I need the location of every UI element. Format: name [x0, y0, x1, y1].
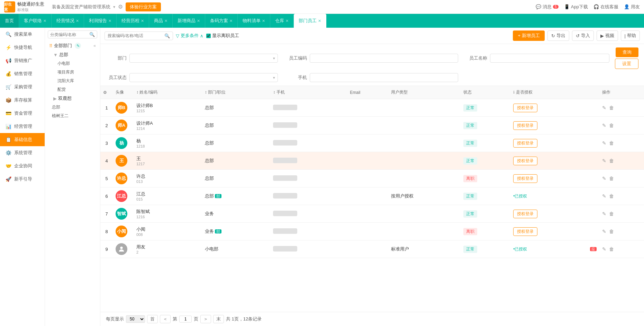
system-dropdown[interactable]: ▾: [113, 5, 115, 9]
delete-button[interactable]: 🗑: [609, 158, 614, 164]
export-button[interactable]: ↻ 导出: [547, 30, 569, 41]
delete-button[interactable]: 🗑: [609, 140, 614, 146]
dept-node-project[interactable]: 项目库房: [53, 68, 97, 77]
close-icon[interactable]: ✕: [108, 19, 111, 23]
sidebar-item-inventory[interactable]: 📦 库存核算: [0, 94, 45, 107]
tab-department[interactable]: 部门员工✕: [294, 14, 326, 28]
close-icon[interactable]: ✕: [285, 19, 289, 23]
sidebar-item-guide[interactable]: 🚀 新手引导: [0, 173, 45, 186]
per-page-select[interactable]: 50 100: [126, 315, 145, 323]
delete-button[interactable]: 🗑: [609, 176, 614, 181]
delete-button[interactable]: 🗑: [609, 229, 614, 234]
page-input[interactable]: [179, 316, 192, 323]
empname-input[interactable]: [490, 54, 609, 63]
delete-button[interactable]: 🗑: [609, 211, 614, 217]
tab-history[interactable]: 经营历程✕: [117, 14, 149, 28]
sidebar-item-collab[interactable]: 🤝 企业协同: [0, 159, 45, 173]
dept-node-xiaodian[interactable]: 小电部: [53, 59, 97, 68]
sidebar-item-finance[interactable]: 💳 资金管理: [0, 107, 45, 120]
phone-input[interactable]: [310, 73, 458, 82]
import-button[interactable]: ↺ 导入: [572, 30, 594, 41]
sidebar-item-marketing[interactable]: 📢 营销推广: [0, 54, 45, 67]
prev-page-btn[interactable]: ＜: [160, 315, 171, 323]
edit-button[interactable]: ✎: [602, 246, 606, 252]
dept-group-shuanglu-header[interactable]: ▶ 双鹿想: [51, 94, 97, 103]
col-name[interactable]: ↕ 姓名/编码: [134, 86, 202, 99]
edit-button[interactable]: ✎: [602, 105, 606, 111]
edit-button[interactable]: ✎: [602, 211, 606, 217]
set-button[interactable]: 设置: [615, 59, 638, 69]
edit-button[interactable]: ✎: [602, 158, 606, 164]
tab-new-goods[interactable]: 新增商品✕: [173, 14, 205, 28]
add-employee-button[interactable]: + 新增员工: [513, 30, 544, 41]
tab-operation[interactable]: 经营情况✕: [52, 14, 84, 28]
close-icon[interactable]: ✕: [76, 19, 79, 23]
authorize-button[interactable]: 授权登录: [513, 139, 537, 148]
first-page-btn[interactable]: 首: [147, 315, 158, 323]
close-icon[interactable]: ✕: [141, 19, 144, 23]
close-icon[interactable]: ✕: [318, 19, 321, 23]
close-icon[interactable]: ✕: [43, 19, 46, 23]
tab-customer[interactable]: 客户联络✕: [19, 14, 52, 28]
message-btn[interactable]: 💬 消息 5: [536, 4, 559, 10]
edit-button[interactable]: ✎: [602, 140, 606, 146]
settings-icon[interactable]: ⚙: [118, 3, 123, 10]
edit-button[interactable]: ✎: [602, 176, 606, 181]
sidebar-item-system[interactable]: ⚙️ 系统管理: [0, 146, 45, 159]
authorize-button[interactable]: 授权登录: [513, 121, 537, 130]
tab-warehouse[interactable]: 仓库✕: [270, 14, 294, 28]
dept-node-shenyang[interactable]: 沈阳大库: [53, 77, 97, 85]
close-icon[interactable]: ✕: [262, 19, 265, 23]
user-btn[interactable]: 👤 用友: [624, 4, 640, 10]
sidebar-item-purchase[interactable]: 🛒 采购管理: [0, 80, 45, 94]
dept-group-hq[interactable]: ▼ 总部: [51, 50, 97, 59]
dept-search-input[interactable]: [50, 32, 88, 37]
view-button[interactable]: ▶ 视频: [597, 30, 618, 41]
authorize-button[interactable]: 授权登录: [513, 174, 537, 183]
last-page-btn[interactable]: 末: [213, 315, 224, 323]
col-phone[interactable]: ↕ 手机: [270, 86, 347, 99]
dept-all-header[interactable]: ⠿ 全部部门 ✎ «: [48, 41, 97, 50]
dept-node-distribution[interactable]: 配货: [53, 85, 97, 94]
tab-goods[interactable]: 商品✕: [149, 14, 173, 28]
delete-button[interactable]: 🗑: [609, 246, 614, 252]
search-submit-icon[interactable]: 🔍: [164, 33, 170, 38]
app-download-btn[interactable]: 📱 App下载: [564, 4, 588, 10]
col-settings[interactable]: ⚙: [100, 86, 113, 99]
authorize-button[interactable]: 授权登录: [513, 157, 537, 165]
show-resigned-checkbox[interactable]: 显示离职员工: [206, 33, 239, 39]
dept-select[interactable]: [129, 54, 278, 63]
close-icon[interactable]: ✕: [229, 19, 233, 23]
empstatus-select[interactable]: [129, 73, 278, 82]
delete-button[interactable]: 🗑: [609, 193, 614, 199]
close-icon[interactable]: ✕: [197, 19, 200, 23]
authorize-button[interactable]: 授权登录: [513, 227, 537, 236]
more-conditions-btn[interactable]: ▽ 更多条件 ∧: [176, 33, 203, 39]
dept-node-zongbu[interactable]: 总部: [48, 103, 97, 112]
next-page-btn[interactable]: ＞: [200, 315, 211, 323]
sidebar-item-sales[interactable]: 💰 销售管理: [0, 67, 45, 80]
dept-node-plant[interactable]: 植树王二: [48, 112, 97, 120]
sidebar-item-nav[interactable]: ⚡ 快捷导航: [0, 41, 45, 54]
collapse-icon[interactable]: «: [93, 43, 96, 48]
search-input[interactable]: [108, 33, 163, 38]
edit-button[interactable]: ✎: [602, 193, 606, 199]
close-icon[interactable]: ✕: [164, 19, 167, 23]
tab-home[interactable]: 首页: [0, 14, 19, 28]
sidebar-item-basic[interactable]: 📋 基础信息: [0, 133, 45, 146]
col-dept[interactable]: ↕ 部门/职位: [202, 86, 271, 99]
trial-button[interactable]: 体验行业方案: [126, 2, 161, 11]
online-service-btn[interactable]: 🎧 在线客服: [593, 4, 618, 10]
tab-bom[interactable]: 物料清单✕: [238, 14, 270, 28]
query-button[interactable]: 查询: [616, 47, 638, 57]
tab-barcode[interactable]: 条码方案✕: [205, 14, 238, 28]
help-button[interactable]: | 帮助: [621, 30, 640, 41]
edit-button[interactable]: ✎: [602, 229, 606, 234]
sidebar-item-search[interactable]: 🔍 搜索菜单: [0, 28, 45, 41]
edit-button[interactable]: ✎: [602, 123, 606, 128]
delete-button[interactable]: 🗑: [609, 123, 614, 128]
authorize-button[interactable]: 授权登录: [513, 104, 537, 112]
sidebar-item-mgmt[interactable]: 📊 经营管理: [0, 120, 45, 133]
delete-button[interactable]: 🗑: [609, 105, 614, 111]
edit-icon[interactable]: ✎: [75, 43, 81, 49]
